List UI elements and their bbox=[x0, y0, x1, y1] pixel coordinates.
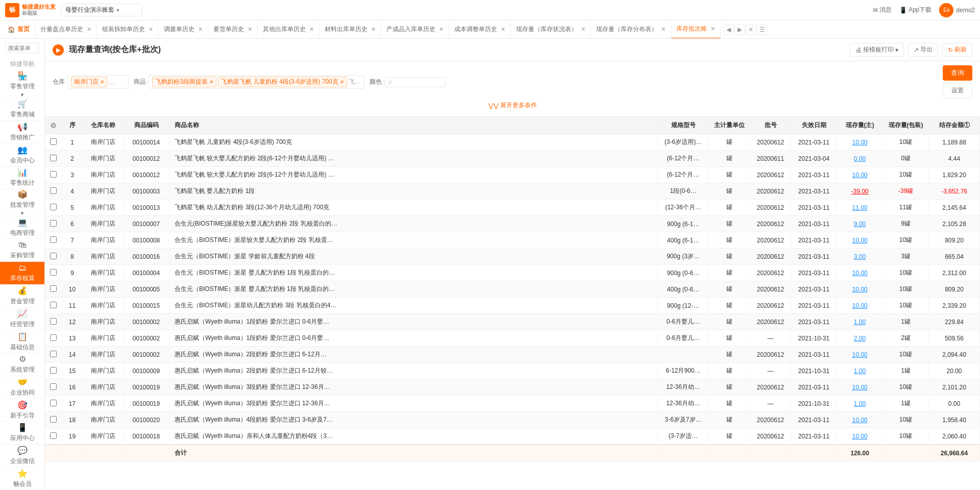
row-checkbox[interactable] bbox=[50, 383, 57, 390]
row-checkbox[interactable] bbox=[50, 155, 57, 161]
tab-close-icon[interactable]: ✕ bbox=[439, 26, 444, 33]
sidebar-item-wholesale[interactable]: 📦 批发管理 ▼ bbox=[0, 189, 44, 216]
row-checkbox[interactable] bbox=[50, 432, 57, 439]
tab-qty-dist[interactable]: 现存量（库存分布表） ✕ bbox=[591, 20, 671, 39]
tab-close-all-btn[interactable]: ✕ bbox=[746, 24, 756, 35]
sidebar-item-app-center[interactable]: 📱 应用中心 bbox=[0, 422, 44, 445]
row-check[interactable] bbox=[45, 330, 62, 347]
tab-material-outstock[interactable]: 材料出库单历史 ✕ bbox=[320, 20, 381, 39]
tab-prev-btn[interactable]: ◀ bbox=[723, 24, 733, 35]
sidebar-item-enterprise-wechat[interactable]: 💬 企业微信 bbox=[0, 445, 44, 468]
template-print-btn[interactable]: 🖨 按模板打印 ▾ bbox=[850, 43, 904, 57]
row-qty-main[interactable]: 10.00 bbox=[837, 428, 883, 445]
tab-product-instock[interactable]: 产成品入库单历史 ✕ bbox=[381, 20, 449, 39]
sidebar-item-ecommerce[interactable]: 💻 电商管理 bbox=[0, 216, 44, 239]
product-tag2-close-icon[interactable]: ✕ bbox=[340, 79, 344, 85]
tab-disassembly[interactable]: 组装拆卸单历史 ✕ bbox=[97, 20, 159, 39]
tab-home[interactable]: 🏠 首页 bbox=[3, 20, 35, 39]
product-tag1-close-icon[interactable]: ✕ bbox=[209, 79, 213, 85]
row-qty-main[interactable]: 10.00 bbox=[837, 134, 883, 151]
row-qty-main[interactable]: 1.00 bbox=[837, 396, 883, 412]
row-qty-main[interactable]: 10.00 bbox=[837, 232, 883, 249]
warehouse-more-icon[interactable]: … bbox=[109, 79, 115, 86]
row-checkbox[interactable] bbox=[50, 416, 57, 423]
row-checkbox[interactable] bbox=[50, 138, 57, 145]
warehouse-tag-container[interactable]: 南岸门店 ✕ … bbox=[67, 75, 129, 89]
tab-partial-count[interactable]: 分量盘点单历史 ✕ bbox=[35, 20, 97, 39]
row-qty-main[interactable]: 10.00 bbox=[837, 265, 883, 281]
row-qty-main[interactable]: -39.00 bbox=[837, 183, 883, 200]
settings-btn[interactable]: 设置 bbox=[943, 83, 972, 99]
row-check[interactable] bbox=[45, 347, 62, 363]
product-more[interactable]: 飞… bbox=[349, 78, 361, 86]
row-checkbox[interactable] bbox=[50, 236, 57, 243]
row-check[interactable] bbox=[45, 249, 62, 265]
sidebar-item-retail-stats[interactable]: 📊 零售统计 bbox=[0, 166, 44, 189]
row-check[interactable] bbox=[45, 151, 62, 167]
row-checkbox[interactable] bbox=[50, 204, 57, 210]
tab-close-icon[interactable]: ✕ bbox=[710, 26, 715, 32]
tab-close-icon[interactable]: ✕ bbox=[501, 26, 505, 33]
tab-close-icon[interactable]: ✕ bbox=[581, 26, 585, 33]
expand-filter-btn[interactable]: ▶ bbox=[53, 44, 64, 56]
message-btn[interactable]: ✉ 消息 bbox=[873, 6, 892, 14]
row-checkbox[interactable] bbox=[50, 253, 57, 259]
row-qty-main[interactable]: 10.00 bbox=[837, 281, 883, 298]
tab-purchase-order[interactable]: 要货单历史 ✕ bbox=[208, 20, 258, 39]
row-qty-main[interactable]: 10.00 bbox=[837, 298, 883, 314]
row-checkbox[interactable] bbox=[50, 351, 57, 357]
search-input[interactable] bbox=[5, 43, 39, 53]
search-btn[interactable]: 查询 bbox=[943, 65, 972, 81]
row-qty-main[interactable]: 11.00 bbox=[837, 200, 883, 216]
row-check[interactable] bbox=[45, 379, 62, 396]
row-checkbox[interactable] bbox=[50, 285, 57, 292]
refresh-btn[interactable]: ↻ 刷新 bbox=[942, 43, 972, 57]
row-qty-main[interactable]: 10.00 bbox=[837, 167, 883, 183]
col-settings-icon[interactable]: ⚙ bbox=[50, 121, 57, 130]
row-checkbox[interactable] bbox=[50, 302, 57, 308]
row-qty-main[interactable]: 3.00 bbox=[837, 249, 883, 265]
row-checkbox[interactable] bbox=[50, 318, 57, 325]
sidebar-item-basic-info[interactable]: 📋 基础信息 bbox=[0, 330, 44, 353]
app-download-btn[interactable]: 📱 App下载 bbox=[899, 6, 932, 14]
tab-close-icon[interactable]: ✕ bbox=[309, 26, 314, 33]
product-tag-container[interactable]: 飞鹤奶粉3段两提装 ✕ 飞鹤星飞帆 儿童奶粉 4段(3-6岁适用) 700克 ✕… bbox=[149, 75, 364, 89]
tab-picking[interactable]: 调拨单历史 ✕ bbox=[159, 20, 208, 39]
row-checkbox[interactable] bbox=[50, 171, 57, 178]
row-check[interactable] bbox=[45, 428, 62, 445]
sidebar-item-retail-shop[interactable]: 🛒 零售商城 bbox=[0, 98, 44, 121]
tab-menu-btn[interactable]: ☰ bbox=[757, 24, 767, 35]
tab-next-btn[interactable]: ▶ bbox=[734, 24, 745, 35]
row-check[interactable] bbox=[45, 298, 62, 314]
row-check[interactable] bbox=[45, 200, 62, 216]
row-check[interactable] bbox=[45, 396, 62, 412]
tab-close-icon[interactable]: ✕ bbox=[248, 26, 252, 33]
row-qty-main[interactable]: 1.00 bbox=[837, 314, 883, 330]
sidebar-shortcut[interactable]: 快捷导航 bbox=[0, 57, 44, 71]
tab-qty-status[interactable]: 现存量（库存状况表） ✕ bbox=[511, 20, 591, 39]
row-checkbox[interactable] bbox=[50, 334, 57, 341]
expand-more-btn[interactable]: ⋁⋁ 展开更多条件 bbox=[53, 99, 972, 112]
user-profile[interactable]: Ea demo2 bbox=[939, 3, 975, 17]
color-tag-container[interactable]: ∨ bbox=[384, 77, 446, 87]
row-qty-main[interactable]: 0.00 bbox=[837, 151, 883, 167]
sidebar-item-operations[interactable]: 📈 经营管理 bbox=[0, 308, 44, 331]
row-check[interactable] bbox=[45, 363, 62, 379]
row-qty-main[interactable]: 1.00 bbox=[837, 363, 883, 379]
sidebar-item-new-guide[interactable]: 🎯 新手引导 bbox=[0, 399, 44, 422]
tab-cost-adjust[interactable]: 成本调整单历史 ✕ bbox=[449, 20, 511, 39]
tab-batch-voucher[interactable]: 库存批次账 ✕ bbox=[671, 20, 721, 39]
row-checkbox[interactable] bbox=[50, 400, 57, 406]
row-check[interactable] bbox=[45, 167, 62, 183]
warehouse-tag-close-icon[interactable]: ✕ bbox=[100, 79, 104, 85]
row-qty-main[interactable]: 2.00 bbox=[837, 330, 883, 347]
row-qty-main[interactable]: 10.00 bbox=[837, 412, 883, 428]
row-check[interactable] bbox=[45, 134, 62, 151]
sidebar-item-inventory[interactable]: 🗂 库存核算 bbox=[0, 262, 44, 285]
row-qty-main[interactable]: 10.00 bbox=[837, 347, 883, 363]
tab-other-outstock[interactable]: 其他出库单历史 ✕ bbox=[258, 20, 320, 39]
row-checkbox[interactable] bbox=[50, 269, 57, 276]
row-checkbox[interactable] bbox=[50, 367, 57, 374]
sidebar-item-system[interactable]: ⚙ 系统管理 bbox=[0, 353, 44, 376]
row-qty-main[interactable]: 10.00 bbox=[837, 379, 883, 396]
